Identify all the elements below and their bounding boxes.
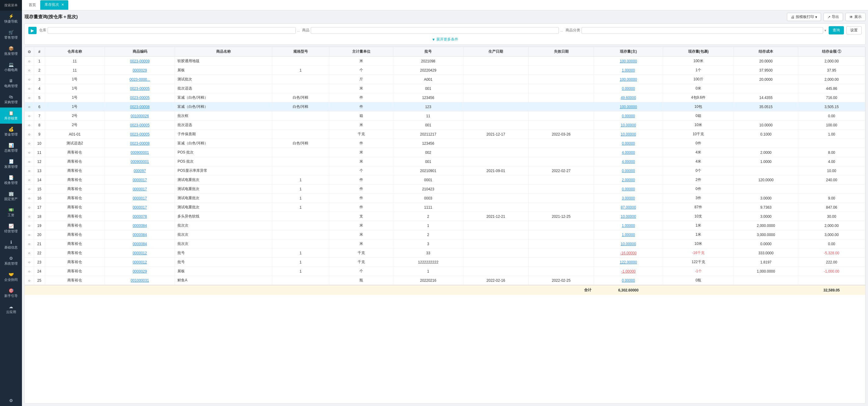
sidebar-item-tax[interactable]: 📑 税务管理	[0, 172, 22, 188]
cell-0-row-8[interactable]: ○	[25, 130, 34, 139]
export-button[interactable]: ↗ 导出	[824, 13, 843, 21]
cell-10-row-0[interactable]: 100.00000	[594, 57, 663, 66]
cell-10-row-3[interactable]: 0.00000	[594, 84, 663, 93]
sidebar-item-system[interactable]: ⚙ 系统管理	[0, 253, 22, 269]
cell-0-row-10[interactable]: ○	[25, 148, 34, 157]
cell-0-row-16[interactable]: ○	[25, 203, 34, 212]
cell-10-row-15[interactable]: 3.00000	[594, 194, 663, 203]
goods-input[interactable]	[311, 27, 559, 34]
cell-0-row-9[interactable]: ○	[25, 139, 34, 148]
sidebar-item-retail[interactable]: 🛒 零售管理	[0, 27, 22, 43]
sidebar-item-invoice[interactable]: 🧾 发票管理	[0, 156, 22, 172]
cell-3-row-12[interactable]: 000097	[104, 166, 175, 175]
cell-3-row-3[interactable]: 0023-00005	[104, 84, 175, 93]
cell-10-row-23[interactable]: -1.00000	[594, 267, 663, 276]
cell-0-row-0[interactable]: ○	[25, 57, 34, 66]
cell-10-row-16[interactable]: 87.00000	[594, 203, 663, 212]
cell-0-row-1[interactable]: ○	[25, 66, 34, 75]
cell-10-row-12[interactable]: 0.00000	[594, 166, 663, 175]
sidebar-nav-quick[interactable]: ⚡ 快捷导航	[0, 11, 22, 27]
cell-3-row-18[interactable]: 0000084	[104, 221, 175, 230]
sidebar-item-purchase[interactable]: 🛍 采购管理	[0, 91, 22, 107]
print-button[interactable]: 🖨 按模板打印 ▾	[787, 13, 821, 21]
cell-0-row-3[interactable]: ○	[25, 84, 34, 93]
sidebar-item-finance[interactable]: 💰 资金管理	[0, 124, 22, 140]
cell-0-row-6[interactable]: ○	[25, 111, 34, 121]
cell-0-row-17[interactable]: ○	[25, 212, 34, 221]
cell-3-row-15[interactable]: 0000017	[104, 194, 175, 203]
sidebar-item-micro-ecom[interactable]: 💻 小额电商	[0, 59, 22, 75]
cell-10-row-14[interactable]: 0.00000	[594, 184, 663, 194]
sidebar-item-payroll[interactable]: 💵 工资	[0, 204, 22, 221]
cell-10-row-1[interactable]: 1.00000	[594, 66, 663, 75]
cell-3-row-0[interactable]: 0023-00009	[104, 57, 175, 66]
cell-3-row-13[interactable]: 0000017	[104, 175, 175, 184]
cell-3-row-1[interactable]: 0000029	[104, 66, 175, 75]
sidebar-item-basic[interactable]: ℹ 基础信息	[0, 237, 22, 253]
cell-3-row-20[interactable]: 0000084	[104, 239, 175, 248]
cell-3-row-10[interactable]: 000900001	[104, 148, 175, 157]
sidebar-item-assets[interactable]: 🏢 固定资产	[0, 188, 22, 204]
cell-10-row-18[interactable]: 1.00000	[594, 221, 663, 230]
sidebar-item-operations[interactable]: 📈 经营管理	[0, 221, 22, 237]
warehouse-input[interactable]	[48, 27, 296, 34]
cell-3-row-16[interactable]: 0000017	[104, 203, 175, 212]
cell-0-row-11[interactable]: ○	[25, 157, 34, 166]
cell-10-row-7[interactable]: 10.00000	[594, 121, 663, 130]
sidebar-item-collab[interactable]: 🤝 企业协同	[0, 269, 22, 285]
cell-10-row-20[interactable]: 10.00000	[594, 239, 663, 248]
cell-0-row-21[interactable]: ○	[25, 248, 34, 258]
search-button[interactable]: 查询	[829, 26, 844, 34]
cell-3-row-11[interactable]: 000900001	[104, 157, 175, 166]
cell-0-row-7[interactable]: ○	[25, 121, 34, 130]
cell-3-row-2[interactable]: 0023-0000...	[104, 75, 175, 84]
sidebar-item-cloud[interactable]: ☁ 云应用	[0, 301, 22, 317]
cell-0-row-15[interactable]: ○	[25, 194, 34, 203]
cell-10-row-19[interactable]: 1.00000	[594, 230, 663, 239]
category-dropdown-icon[interactable]: ▾	[825, 28, 826, 33]
cell-0-row-4[interactable]: ○	[25, 93, 34, 102]
cell-0-row-22[interactable]: ○	[25, 258, 34, 267]
cell-0-row-13[interactable]: ○	[25, 175, 34, 184]
cell-3-row-8[interactable]: 0023-00005	[104, 130, 175, 139]
settings-filter-button[interactable]: 设置	[846, 26, 862, 34]
cell-0-row-24[interactable]: ○	[25, 276, 34, 285]
cell-3-row-19[interactable]: 0000084	[104, 230, 175, 239]
tab-close-icon[interactable]: ✕	[61, 3, 64, 6]
cell-3-row-5[interactable]: 0023-00008	[104, 102, 175, 111]
cell-0-row-23[interactable]: ○	[25, 267, 34, 276]
category-input[interactable]	[581, 27, 823, 34]
cell-10-row-10[interactable]: 4.00000	[594, 148, 663, 157]
cell-10-row-24[interactable]: 0.00000	[594, 276, 663, 285]
cell-0-row-19[interactable]: ○	[25, 230, 34, 239]
expand-conditions[interactable]: ▼ 展开更多条件	[28, 37, 862, 42]
cell-3-row-17[interactable]: 0000078	[104, 212, 175, 221]
cell-10-row-6[interactable]: 0.00000	[594, 111, 663, 121]
cell-3-row-9[interactable]: 0023-00008	[104, 139, 175, 148]
cell-0-row-5[interactable]: ○	[25, 102, 34, 111]
cell-3-row-24[interactable]: 001000031	[104, 276, 175, 285]
sidebar-item-inventory[interactable]: 📋 库存核查	[0, 107, 22, 124]
cell-0-row-12[interactable]: ○	[25, 166, 34, 175]
cell-3-row-4[interactable]: 0023-00005	[104, 93, 175, 102]
cell-3-row-23[interactable]: 0000029	[104, 267, 175, 276]
cell-3-row-21[interactable]: 0000012	[104, 248, 175, 258]
cell-0-row-14[interactable]: ○	[25, 184, 34, 194]
cell-0-row-20[interactable]: ○	[25, 239, 34, 248]
cell-10-row-17[interactable]: 10.00000	[594, 212, 663, 221]
cell-10-row-11[interactable]: 4.00000	[594, 157, 663, 166]
tab-inventory-batch[interactable]: 库存批次 ✕	[40, 0, 68, 10]
cell-10-row-21[interactable]: -16.00000	[594, 248, 663, 258]
cell-10-row-5[interactable]: 100.00000	[594, 102, 663, 111]
sidebar-search[interactable]: 搜索菜单	[0, 0, 22, 11]
toggle-button[interactable]: 👁 展示	[845, 13, 866, 21]
cell-10-row-8[interactable]: 10.00000	[594, 130, 663, 139]
cell-3-row-7[interactable]: 0023-00005	[104, 121, 175, 130]
sidebar-item-ledger[interactable]: 📊 总账管理	[0, 140, 22, 156]
filter-arrow-button[interactable]: ▶	[28, 27, 37, 34]
cell-10-row-4[interactable]: 49.60000	[594, 93, 663, 102]
cell-10-row-22[interactable]: 122.00000	[594, 258, 663, 267]
tab-home[interactable]: 首页	[24, 1, 40, 9]
cell-3-row-6[interactable]: 001000026	[104, 111, 175, 121]
sidebar-settings[interactable]: ⚙	[0, 395, 22, 406]
